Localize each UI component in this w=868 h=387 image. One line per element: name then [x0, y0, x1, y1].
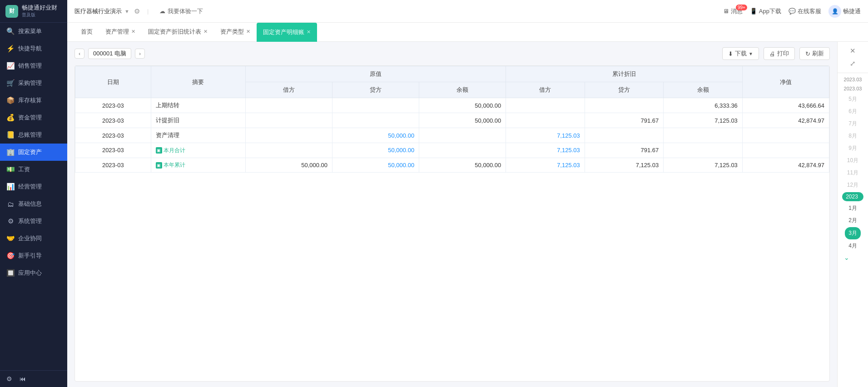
tab-fixed-detail[interactable]: 固定资产明细账✕	[257, 23, 317, 42]
tab-label-asset-mgmt: 资产管理	[105, 28, 129, 36]
tab-close-asset-mgmt[interactable]: ✕	[131, 29, 135, 35]
sidebar-label-operations: 经营管理	[18, 183, 42, 191]
sidebar-item-operations[interactable]: 📊 经营管理	[0, 178, 67, 195]
fixed-icon: 🏢	[6, 148, 15, 156]
prev-asset-button[interactable]: ‹	[74, 49, 84, 59]
cell-acc-debit[interactable]: 7,125.03	[506, 158, 585, 173]
sidebar-item-salary[interactable]: 💵 工资	[0, 161, 67, 178]
cell-orig-credit[interactable]: 50,000.00	[332, 128, 419, 143]
sidebar-item-apps[interactable]: 🔲 应用中心	[0, 264, 67, 282]
cell-orig-debit: 50,000.00	[245, 158, 332, 173]
cell-date: 2023-03	[75, 113, 151, 128]
settings-project-icon[interactable]: ⚙	[134, 7, 140, 15]
panel-expand-icon[interactable]: ⤢	[848, 57, 858, 70]
cell-acc-debit[interactable]: 7,125.03	[506, 128, 585, 143]
download-button[interactable]: ⬇ 下载 ▼	[722, 47, 759, 60]
cell-acc-debit	[506, 98, 585, 113]
cell-orig-credit[interactable]: 50,000.00	[332, 143, 419, 158]
chevron-down-icon[interactable]: ▼	[124, 9, 129, 14]
sidebar-item-guide[interactable]: 🎯 新手引导	[0, 247, 67, 264]
topbar-customer-service[interactable]: 💬 在线客服	[789, 7, 821, 15]
print-button[interactable]: 🖨 打印	[764, 47, 795, 60]
cell-acc-credit: 791.67	[585, 143, 664, 158]
tab-fixed-depreciation[interactable]: 固定资产折旧统计表✕	[142, 23, 214, 42]
collapse-icon[interactable]: ⏮	[20, 375, 26, 382]
cell-acc-credit	[585, 128, 664, 143]
year-total-tag: ▣ 本年累计	[156, 161, 185, 169]
timeline-month-dim[interactable]: 8月	[842, 130, 863, 142]
sidebar-item-search[interactable]: 🔍 搜索菜单	[0, 23, 67, 40]
table-row: 2023-03 ▣ 本年累计 50,000.00 50,000.00 50,00…	[75, 158, 829, 173]
download-chevron-icon: ▼	[749, 51, 753, 56]
cell-summary: 资产清理	[151, 128, 245, 143]
sidebar-label-inventory: 库存核算	[18, 96, 42, 104]
settings-icon[interactable]: ⚙	[6, 375, 12, 382]
download-icon: ⬇	[728, 50, 733, 57]
cell-orig-credit[interactable]: 50,000.00	[332, 158, 419, 173]
topbar-messages[interactable]: 🖥 消息 99+	[723, 7, 743, 15]
timeline-month-dim[interactable]: 9月	[842, 142, 863, 154]
sidebar-item-basic[interactable]: 🗂 基础信息	[0, 195, 67, 213]
topbar-right: 🖥 消息 99+ 📱 App下载 💬 在线客服 👤 畅捷通	[723, 5, 861, 18]
timeline-month-dim[interactable]: 5月	[842, 93, 863, 105]
sidebar-item-sales[interactable]: 📈 销售管理	[0, 57, 67, 74]
sidebar-item-purchase[interactable]: 🛒 采购管理	[0, 74, 67, 92]
message-badge: 99+	[736, 5, 747, 10]
app-download-icon: 📱	[750, 8, 757, 15]
tab-close-asset-type[interactable]: ✕	[246, 29, 250, 35]
th-summary: 摘要	[151, 66, 245, 98]
logo-sub: 普及版	[22, 12, 57, 18]
tab-close-fixed-depreciation[interactable]: ✕	[203, 29, 208, 35]
timeline-month-dim[interactable]: 6月	[842, 105, 863, 118]
sidebar-label-guide: 新手引导	[18, 252, 42, 260]
sidebar-item-quicknav[interactable]: ⚡ 快捷导航	[0, 40, 67, 57]
cell-acc-credit	[585, 98, 664, 113]
timeline-month[interactable]: 2月	[842, 214, 863, 227]
panel-close-icon[interactable]: ✕	[848, 45, 858, 57]
next-asset-button[interactable]: ›	[135, 49, 145, 59]
timeline-month-dim[interactable]: 7月	[842, 118, 863, 130]
cell-acc-debit[interactable]: 7,125.03	[506, 143, 585, 158]
tab-close-fixed-detail[interactable]: ✕	[307, 29, 311, 35]
sidebar-item-system[interactable]: ⚙ 系统管理	[0, 213, 67, 230]
tab-asset-type[interactable]: 资产类型✕	[214, 23, 257, 42]
th-acc-debit: 借方	[506, 82, 585, 98]
timeline-month[interactable]: 4月	[842, 240, 863, 252]
th-acc-credit: 贷方	[585, 82, 664, 98]
customer-service-label: 在线客服	[798, 7, 821, 15]
topbar-app-download[interactable]: 📱 App下载	[750, 7, 781, 15]
refresh-button[interactable]: ↻ 刷新	[799, 47, 830, 60]
sidebar-item-collab[interactable]: 🤝 企业协同	[0, 230, 67, 247]
sidebar-item-ledger[interactable]: 📒 总账管理	[0, 126, 67, 144]
table-row: 2023-03 上期结转 50,000.00 6,333.36 43,666.6…	[75, 98, 829, 113]
divider1: |	[147, 8, 149, 15]
operations-icon: 📊	[6, 183, 15, 191]
timeline-top-year: 2023.03	[842, 84, 863, 93]
cell-summary: 上期结转	[151, 98, 245, 113]
sidebar-item-fixed[interactable]: 🏢 固定资产	[0, 144, 67, 161]
cell-net-value	[742, 143, 829, 158]
sidebar-item-capital[interactable]: 💰 资金管理	[0, 109, 67, 126]
timeline-month[interactable]: 1月	[842, 202, 863, 214]
sidebar-item-inventory[interactable]: 📦 库存核算	[0, 92, 67, 109]
tab-label-fixed-depreciation: 固定资产折旧统计表	[148, 28, 201, 36]
topbar-experience[interactable]: ☁ 我要体验一下	[159, 7, 203, 15]
table-row: 2023-03 ▣ 本月合计 50,000.00 7,125.03 791.67	[75, 143, 829, 158]
timeline-month-dim[interactable]: 11月	[842, 167, 863, 179]
cell-acc-balance: 6,333.36	[664, 98, 743, 113]
cell-acc-balance	[664, 143, 743, 158]
cell-net-value: 42,874.97	[742, 158, 829, 173]
cell-orig-credit	[332, 98, 419, 113]
timeline-month-dim[interactable]: 12月	[842, 179, 863, 191]
timeline-year-bubble[interactable]: 2023	[842, 192, 863, 201]
tab-asset-mgmt[interactable]: 资产管理✕	[99, 23, 142, 42]
topbar-user[interactable]: 👤 畅捷通	[828, 5, 861, 18]
th-orig-debit: 借方	[245, 82, 332, 98]
timeline-nav-down[interactable]: ⌄	[842, 252, 863, 263]
sidebar-label-apps: 应用中心	[18, 269, 42, 277]
cell-acc-balance: 7,125.03	[664, 113, 743, 128]
th-date: 日期	[75, 66, 151, 98]
timeline-month-dim[interactable]: 10月	[842, 154, 863, 167]
timeline-month-active[interactable]: 3月	[845, 227, 861, 239]
tab-home[interactable]: 首页	[74, 23, 99, 42]
